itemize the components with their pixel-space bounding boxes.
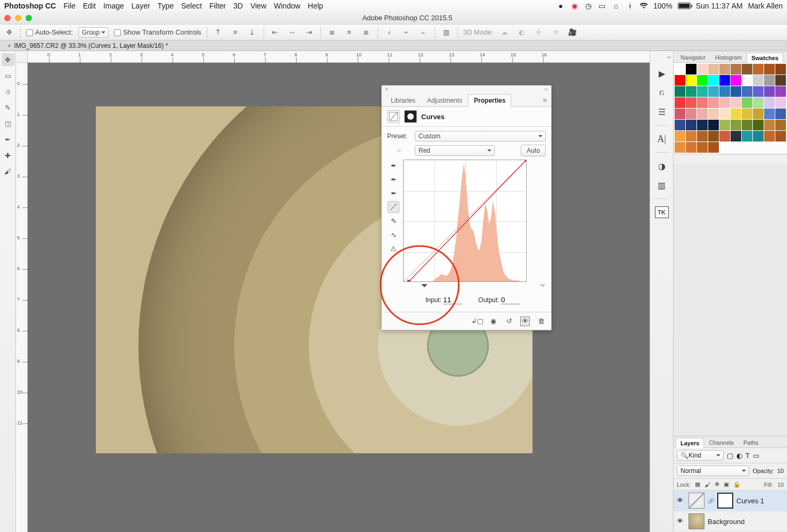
curve-input-slider[interactable]: [419, 284, 543, 293]
cc-status-icon[interactable]: ◉: [570, 2, 579, 10]
swatch[interactable]: [775, 109, 786, 119]
swatch[interactable]: [775, 97, 786, 108]
swatch[interactable]: [753, 109, 764, 119]
swatch[interactable]: [742, 64, 752, 74]
filter-shape-icon[interactable]: ▭: [753, 452, 759, 460]
swatch[interactable]: [708, 75, 719, 86]
blend-mode-select[interactable]: Normal: [677, 466, 749, 476]
swatch[interactable]: [719, 75, 730, 86]
swatch[interactable]: [697, 120, 708, 130]
swatch[interactable]: [697, 86, 708, 97]
distribute-right-icon[interactable]: ⫠: [417, 27, 429, 38]
minimize-window-button[interactable]: [15, 15, 21, 21]
swatch[interactable]: [675, 97, 685, 108]
swatch[interactable]: [719, 120, 730, 130]
brush-tool[interactable]: 🖌: [2, 165, 14, 178]
swatch[interactable]: [675, 109, 685, 119]
filter-pixel-icon[interactable]: ▢: [727, 452, 733, 460]
tab-paths[interactable]: Paths: [739, 437, 763, 447]
swatch[interactable]: [708, 142, 719, 153]
tab-swatches[interactable]: Swatches: [747, 53, 783, 63]
input-field[interactable]: [443, 296, 462, 304]
fill-value[interactable]: 10: [777, 481, 784, 488]
align-left-icon[interactable]: ⇤: [269, 27, 281, 38]
airplay-icon[interactable]: ⌂: [612, 2, 620, 10]
swatch[interactable]: [753, 75, 764, 86]
swatch[interactable]: [764, 97, 775, 108]
curves-adjustment-icon[interactable]: [387, 110, 400, 123]
swatch[interactable]: [675, 75, 685, 86]
swatch[interactable]: [753, 131, 764, 142]
filter-adjust-icon[interactable]: ◐: [736, 452, 742, 460]
distribute-vcenter-icon[interactable]: ≡: [343, 27, 355, 38]
white-point-slider-icon[interactable]: [539, 284, 546, 290]
mask-thumb-icon[interactable]: [717, 493, 733, 509]
swatch[interactable]: [753, 120, 764, 130]
swatch[interactable]: [775, 75, 786, 86]
channel-select[interactable]: Red: [415, 145, 495, 156]
marquee-tool[interactable]: ▭: [2, 69, 14, 82]
menu-layer[interactable]: Layer: [132, 2, 150, 10]
folder-arrow-icon[interactable]: ▥: [655, 179, 669, 191]
horizontal-ruler[interactable]: 012345678910111213141516: [28, 51, 650, 63]
image-thumb-icon[interactable]: [688, 513, 704, 529]
swatch[interactable]: [742, 109, 752, 119]
swatch[interactable]: [697, 109, 708, 119]
vertical-ruler[interactable]: 01234567891011: [16, 63, 28, 532]
swatch[interactable]: [753, 64, 764, 74]
swatch[interactable]: [742, 75, 752, 86]
toggle-visibility-icon[interactable]: ◉: [488, 317, 498, 326]
swatch[interactable]: [686, 86, 696, 97]
auto-align-icon[interactable]: ▥: [440, 27, 452, 38]
swatch[interactable]: [753, 97, 764, 108]
swatch[interactable]: [719, 64, 730, 74]
menu-filter[interactable]: Filter: [209, 2, 226, 10]
swatch[interactable]: [775, 131, 786, 142]
move-tool[interactable]: ✥: [2, 53, 14, 66]
swatch[interactable]: [731, 109, 741, 119]
tab-adjustments[interactable]: Adjustments: [421, 94, 468, 106]
clip-to-layer-icon[interactable]: ↲▢: [472, 317, 482, 326]
close-window-button[interactable]: [4, 15, 11, 21]
opacity-value[interactable]: 10: [777, 468, 784, 474]
menu-select[interactable]: Select: [181, 2, 202, 10]
align-hcenter-icon[interactable]: ↔: [286, 27, 298, 38]
lock-all-icon[interactable]: 🔒: [733, 481, 741, 488]
move-tool-indicator-icon[interactable]: ✥: [3, 27, 15, 38]
menu-image[interactable]: Image: [103, 2, 124, 10]
notif-dot-icon[interactable]: ●: [556, 2, 565, 10]
curves-graph[interactable]: [403, 160, 527, 282]
tab-channels[interactable]: Channels: [704, 437, 738, 447]
bluetooth-icon[interactable]: ᚼ: [626, 2, 634, 10]
panel-close-icon[interactable]: ×: [385, 86, 388, 93]
tab-navigator[interactable]: Navigator: [676, 52, 710, 62]
swatch[interactable]: [742, 120, 752, 130]
white-point-sampler-icon[interactable]: ✒: [388, 187, 399, 199]
swatch[interactable]: [731, 131, 741, 142]
swatch[interactable]: [697, 142, 708, 153]
document-tab[interactable]: × IMG_9657.CR2 @ 33.3% (Curves 1, Layer …: [4, 40, 171, 51]
menu-file[interactable]: File: [63, 2, 76, 10]
show-transform-checkbox[interactable]: Show Transform Controls: [114, 28, 201, 36]
layer-name[interactable]: Curves 1: [736, 497, 764, 505]
swatch[interactable]: [742, 97, 752, 108]
swatch[interactable]: [775, 64, 786, 74]
swatch[interactable]: [708, 109, 719, 119]
layer-mask-icon[interactable]: [404, 110, 417, 123]
black-point-slider-icon[interactable]: [421, 284, 428, 290]
swatch[interactable]: [731, 97, 741, 108]
layer-row-background[interactable]: 👁 Background: [674, 511, 787, 532]
swatch[interactable]: [742, 131, 752, 142]
layer-filter-select[interactable]: 🔍Kind: [677, 450, 724, 461]
swatch[interactable]: [675, 120, 685, 130]
swatch[interactable]: [742, 86, 752, 97]
delete-adjustment-icon[interactable]: 🗑: [536, 317, 546, 326]
auto-button[interactable]: Auto: [521, 145, 546, 156]
character-icon[interactable]: A|: [655, 133, 669, 145]
swatch[interactable]: [764, 131, 775, 142]
black-point-sampler-icon[interactable]: ✒: [388, 160, 399, 171]
auto-select-target-select[interactable]: Group: [78, 27, 109, 38]
clock-icon[interactable]: ◷: [584, 2, 593, 10]
swatch[interactable]: [675, 86, 685, 97]
swatch[interactable]: [686, 109, 696, 119]
